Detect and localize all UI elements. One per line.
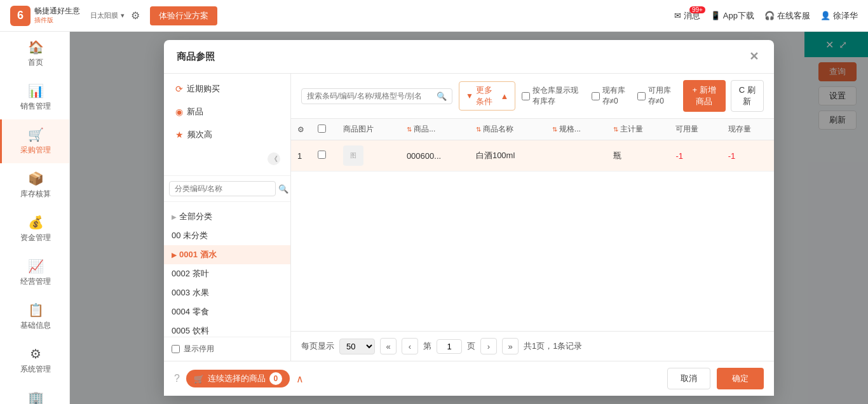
existing-filter-checkbox[interactable] [592,92,600,100]
per-page-select[interactable]: 50 10 20 100 [339,339,375,354]
th-spec[interactable]: ⇅ 规格... [546,119,607,140]
experience-button[interactable]: 体验行业方案 [150,6,217,25]
th-name[interactable]: ⇅ 商品名称 [470,119,546,140]
navbar: 6 畅捷通好生意 插件版 日太阳膜 ▾ ⚙ 体验行业方案 ✉ 消息 99+ 📱 … [0,0,868,32]
available-filter-checkbox[interactable] [637,92,646,100]
modal-right-panel: 🔍 ▼ 更多条件 ▲ 按仓库显示现有库存 [291,74,774,361]
recent-purchase-nav[interactable]: ⟳ 近期购买 [169,79,285,99]
home-icon: 🏠 [28,39,44,55]
row-index: 1 [291,140,311,172]
table-row[interactable]: 1 图 000600... 白酒100ml 瓶 [291,140,774,172]
category-search-icon[interactable]: 🔍 [278,184,288,194]
last-page-button[interactable]: » [502,338,519,354]
sidebar-item-sales[interactable]: 📊 销售管理 [0,76,69,119]
cart-badge[interactable]: 🛒 连续选择的商品 0 [186,370,290,387]
sidebar-label-system: 系统管理 [20,364,51,375]
cat-all[interactable]: ▶ 全部分类 [164,207,290,226]
modal-close-button[interactable]: ✕ [746,49,761,64]
row-select-checkbox[interactable] [318,151,326,159]
cat-0004[interactable]: 0004 零食 [164,302,290,321]
logo-sub: 插件版 [34,16,80,25]
cat-0003[interactable]: 0003 水果 [164,283,290,302]
th-checkbox[interactable] [311,119,337,140]
enterprise-icon: 🏢 [28,390,44,404]
footer-collapse-icon[interactable]: ∧ [296,373,304,385]
th-unit[interactable]: ⇅ 主计量 [607,119,670,140]
sidebar-item-basic[interactable]: 📋 基础信息 [0,295,69,339]
logo-text: 畅捷通好生意 [34,6,80,17]
confirm-button[interactable]: 确定 [717,368,764,389]
sidebar-label-inventory: 库存核算 [20,189,51,199]
star-icon: ★ [175,130,184,140]
new-product-nav[interactable]: ◉ 新品 [169,102,285,122]
online-service-item[interactable]: 🎧 在线客服 [764,10,810,22]
category-search-input[interactable] [169,181,276,196]
refresh-button[interactable]: C 刷新 [731,80,764,112]
sidebar-item-home[interactable]: 🏠 首页 [0,32,69,76]
main-area: ✕ ⤢ 查询 设置 刷新 商品参照 ✕ [70,32,868,404]
sidebar-item-inventory[interactable]: 📦 库存核算 [0,163,69,207]
first-page-button[interactable]: « [380,338,397,354]
sidebar-item-finance[interactable]: 💰 资金管理 [0,207,69,251]
search-bar-right: + 新增商品 C 刷新 [683,80,764,112]
sidebar-item-operations[interactable]: 📈 经营管理 [0,251,69,295]
recent-label: 近期购买 [187,83,220,95]
existing-filter-text: 现有库存≠0 [602,85,631,107]
show-disabled-checkbox[interactable] [172,345,180,353]
existing-filter-label[interactable]: 现有库存≠0 [592,85,631,107]
warehouse-filter-checkbox[interactable] [522,92,530,100]
warehouse-filter-label[interactable]: 按仓库显示现有库存 [522,85,585,107]
sales-icon: 📊 [28,83,44,98]
chevron-down-icon: ▾ [121,11,125,20]
show-disabled-label: 显示停用 [184,344,214,354]
cat-0003-label: 0003 水果 [172,287,209,299]
page-number-input[interactable] [437,339,462,354]
product-table-wrap: ⚙ 商品图片 ⇅ 商品... ⇅ 商品名称 ⇅ 规格... ⇅ 主计量 可用量 [291,119,774,331]
sidebar-item-system[interactable]: ⚙ 系统管理 [0,339,69,382]
search-icon[interactable]: 🔍 [437,91,447,101]
category-tree: ▶ 全部分类 00 未分类 ▶ 0001 酒水 0002 茶 [164,202,290,337]
cat-00[interactable]: 00 未分类 [164,226,290,245]
collapse-area: 《 [169,147,285,170]
cancel-button[interactable]: 取消 [667,368,710,389]
next-page-button[interactable]: › [480,338,497,354]
company-selector[interactable]: 日太阳膜 ▾ [90,11,125,20]
messages-item[interactable]: ✉ 消息 99+ [674,10,700,22]
help-icon[interactable]: ? [174,373,180,384]
username-label: 徐泽华 [833,10,858,22]
sidebar-item-purchase[interactable]: 🛒 采购管理 [0,119,69,163]
new-icon: ◉ [175,107,183,117]
modal-overlay: 商品参照 ✕ ⟳ 近期购买 ◉ 新品 [70,32,868,404]
cat-0005[interactable]: 0005 饮料 [164,321,290,337]
prev-page-button[interactable]: ‹ [402,338,418,354]
frequent-nav[interactable]: ★ 频次高 [169,125,285,145]
avatar-icon: 👤 [820,11,831,20]
cat-0001[interactable]: ▶ 0001 酒水 [164,245,290,264]
sidebar-item-enterprise[interactable]: 🏢 企业协同 [0,382,69,404]
collapse-left-button[interactable]: 《 [268,152,280,165]
logo-icon: 6 [10,6,31,26]
app-layout: 🏠 首页 📊 销售管理 🛒 采购管理 📦 库存核算 💰 资金管理 📈 经营管理 … [0,32,868,404]
row-checkbox[interactable] [311,140,337,172]
messages-badge: 99+ [689,6,705,13]
user-item[interactable]: 👤 徐泽华 [820,10,858,22]
available-filter-label[interactable]: 可用库存≠0 [637,85,677,107]
mobile-icon: 📱 [710,11,721,20]
cat-00-label: 00 未分类 [172,230,208,241]
finance-icon: 💰 [28,215,44,230]
th-stock: 现存量 [722,119,774,140]
product-search-input[interactable] [307,91,434,100]
add-product-button[interactable]: + 新增商品 [683,80,726,112]
row-spec [546,140,607,172]
cat-0002[interactable]: 0002 茶叶 [164,264,290,283]
select-all-checkbox[interactable] [318,125,326,133]
modal-header: 商品参照 ✕ [164,40,774,74]
th-code[interactable]: ⇅ 商品... [400,119,470,140]
app-download-item[interactable]: 📱 App下载 [710,10,754,22]
more-filter-button[interactable]: ▼ 更多条件 ▲ [459,81,515,111]
th-config[interactable]: ⚙ [291,119,311,140]
gear-icon[interactable]: ⚙ [131,10,140,22]
product-reference-modal: 商品参照 ✕ ⟳ 近期购买 ◉ 新品 [164,40,774,396]
modal-body: ⟳ 近期购买 ◉ 新品 ★ 频次高 [164,74,774,361]
row-stock: -1 [722,140,774,172]
